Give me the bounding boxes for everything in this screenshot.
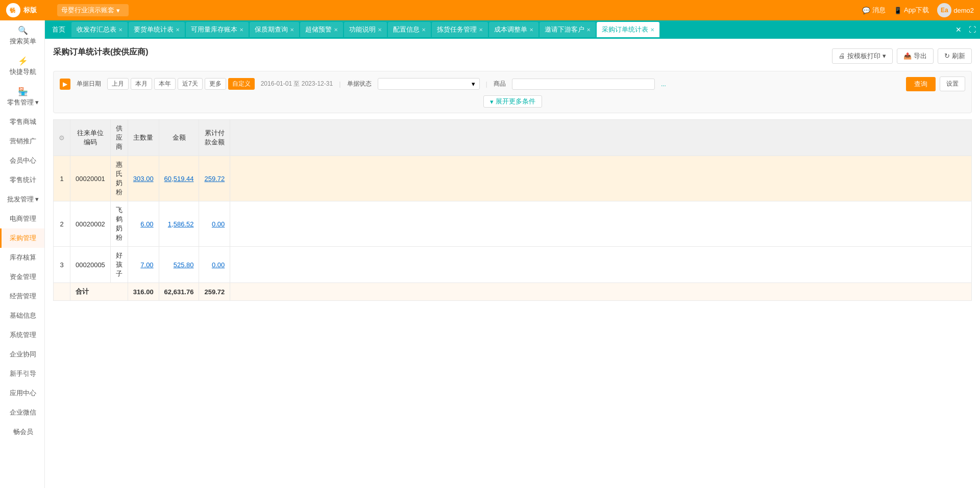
sidebar-label-ecommerce: 电商管理 [10, 214, 36, 223]
row-amount[interactable]: 1,586.52 [159, 201, 199, 247]
sidebar-item-purchase[interactable]: 采购管理 [0, 228, 44, 248]
tab-config-close[interactable]: ✕ [422, 27, 426, 33]
export-btn[interactable]: 📤 导出 [897, 48, 934, 64]
row-no: 1 [54, 156, 70, 201]
row-paid[interactable]: 259.72 [199, 156, 230, 201]
sidebar-item-marketing[interactable]: 营销推广 [0, 132, 44, 151]
user-area[interactable]: Ea demo2 [937, 3, 974, 17]
sidebar-item-search[interactable]: 🔍 搜索英单 [0, 20, 44, 51]
tab-cost-adj[interactable]: 成本调整单 ✕ [489, 22, 538, 37]
sidebar-item-system[interactable]: 系统管理 [0, 325, 44, 345]
col-code: 往来单位编码 [70, 120, 111, 156]
tab-recv-send[interactable]: 收发存汇总表 ✕ [71, 22, 128, 37]
tab-cost-adj-close[interactable]: ✕ [529, 27, 533, 33]
sidebar-item-retail[interactable]: 🏪 零售管理 ▾ [0, 82, 44, 112]
row-qty[interactable]: 303.00 [128, 156, 159, 201]
workspace-selector[interactable]: 母婴行业演示账套 ▾ [57, 4, 129, 16]
tab-purchase-stat[interactable]: 采购订单统计表 ✕ [597, 22, 659, 37]
row-paid[interactable]: 0.00 [199, 247, 230, 283]
settings-btn[interactable]: 设置 [940, 76, 965, 91]
app-download-btn[interactable]: 📱 App下载 [894, 6, 929, 15]
message-label: 消息 [872, 6, 886, 15]
date-btn-this-month[interactable]: 本月 [131, 78, 152, 90]
tab-overstock-close[interactable]: ✕ [334, 27, 338, 33]
tab-invite-down[interactable]: 邀请下游客户 ✕ [540, 22, 596, 37]
sidebar-item-retail-stat[interactable]: 零售统计 [0, 170, 44, 190]
footer-qty: 316.00 [128, 283, 159, 301]
row-paid[interactable]: 0.00 [199, 201, 230, 247]
tab-validity-label: 保质期查询 [255, 25, 288, 34]
status-filter-select[interactable]: ▾ [378, 78, 480, 90]
sidebar-item-basic[interactable]: 基础信息 [0, 306, 44, 325]
logo-text: 标版 [23, 6, 37, 15]
tab-func-desc[interactable]: 功能说明 ✕ [344, 22, 387, 37]
filter-toggle-btn[interactable]: ▶ [60, 79, 70, 90]
expand-icon: ▾ [490, 98, 494, 106]
page-content: 采购订单统计表(按供应商) 🖨 按模板打印 ▾ 📤 导出 ↻ 刷新 [45, 39, 980, 488]
row-qty[interactable]: 7.00 [128, 247, 159, 283]
row-amount[interactable]: 60,519.44 [159, 156, 199, 201]
date-btn-this-year[interactable]: 本年 [154, 78, 176, 90]
tab-purchase-stat-close[interactable]: ✕ [650, 27, 654, 33]
row-qty[interactable]: 6.00 [128, 201, 159, 247]
tab-recv-send-close[interactable]: ✕ [118, 27, 122, 33]
tab-close-all-btn[interactable]: ✕ [953, 24, 964, 35]
row-amount[interactable]: 525.80 [159, 247, 199, 283]
date-btn-last-month[interactable]: 上月 [107, 78, 129, 90]
search-icon: 🔍 [18, 25, 28, 35]
tab-func-desc-close[interactable]: ✕ [378, 27, 382, 33]
refresh-btn[interactable]: ↻ 刷新 [938, 48, 972, 64]
tab-avail-stock[interactable]: 可用量库存账本 ✕ [186, 22, 249, 37]
sidebar-item-app-center[interactable]: 应用中心 [0, 383, 44, 403]
row-extra [230, 247, 972, 283]
tab-pick-task[interactable]: 拣货任务管理 ✕ [432, 22, 488, 37]
query-btn[interactable]: 查询 [906, 77, 936, 91]
tab-home[interactable]: 首页 [47, 22, 70, 37]
sidebar-label-inventory: 库存核算 [10, 253, 36, 262]
expand-btn[interactable]: ▾ 展开更多条件 [483, 95, 542, 108]
more-filter-btn[interactable]: ... [661, 81, 666, 88]
sidebar-label-purchase: 采购管理 [10, 234, 36, 243]
sidebar-label-app-center: 应用中心 [10, 389, 36, 398]
sidebar-item-member[interactable]: 会员中心 [0, 151, 44, 170]
col-paid: 累计付款金额 [199, 120, 230, 156]
date-btn-custom[interactable]: 自定义 [228, 78, 255, 90]
sidebar-item-guide[interactable]: 新手引导 [0, 364, 44, 383]
sidebar-item-ecommerce[interactable]: 电商管理 [0, 209, 44, 228]
tab-fullscreen-btn[interactable]: ⛶ [967, 24, 978, 35]
col-amount: 金额 [159, 120, 199, 156]
sidebar-item-capital[interactable]: 资金管理 [0, 267, 44, 287]
column-settings-icon[interactable]: ⚙ [59, 134, 65, 142]
app-icon: 📱 [894, 7, 902, 14]
tab-demand-stat-close[interactable]: ✕ [176, 27, 180, 33]
tab-config[interactable]: 配置信息 ✕ [388, 22, 431, 37]
tab-demand-stat[interactable]: 要货单统计表 ✕ [129, 22, 185, 37]
sidebar-item-wechat[interactable]: 企业微信 [0, 403, 44, 422]
sidebar-item-vip[interactable]: 畅会员 [0, 422, 44, 442]
tab-avail-stock-close[interactable]: ✕ [239, 27, 243, 33]
col-settings[interactable]: ⚙ [54, 120, 70, 156]
message-btn[interactable]: 💬 消息 [862, 6, 886, 15]
date-btn-more[interactable]: 更多 [205, 78, 226, 90]
print-icon: 🖨 [839, 52, 845, 60]
tab-validity[interactable]: 保质期查询 ✕ [250, 22, 299, 37]
tab-invite-down-close[interactable]: ✕ [586, 27, 591, 33]
tab-validity-close[interactable]: ✕ [290, 27, 294, 33]
tab-overstock[interactable]: 超储预警 ✕ [300, 22, 343, 37]
goods-filter-input[interactable] [512, 79, 655, 90]
sidebar-item-corp[interactable]: 企业协同 [0, 345, 44, 364]
sidebar-item-wholesale[interactable]: 批发管理 ▾ [0, 190, 44, 209]
table-row: 1 00020001 惠氏奶粉 303.00 60,519.44 259.72 [54, 156, 972, 201]
print-btn[interactable]: 🖨 按模板打印 ▾ [832, 48, 893, 64]
export-label: 导出 [914, 52, 927, 61]
row-no: 2 [54, 201, 70, 247]
tab-pick-task-label: 拣货任务管理 [437, 25, 477, 34]
sidebar-label-vip: 畅会员 [13, 427, 33, 436]
sidebar-item-shortcut[interactable]: ⚡ 快捷导航 [0, 51, 44, 82]
col-qty: 主数量 [128, 120, 159, 156]
tab-pick-task-close[interactable]: ✕ [479, 27, 483, 33]
sidebar-item-retail-mall[interactable]: 零售商城 [0, 112, 44, 132]
sidebar-item-operation[interactable]: 经营管理 [0, 287, 44, 306]
sidebar-item-inventory[interactable]: 库存核算 [0, 248, 44, 267]
date-btn-7days[interactable]: 近7天 [178, 78, 203, 90]
